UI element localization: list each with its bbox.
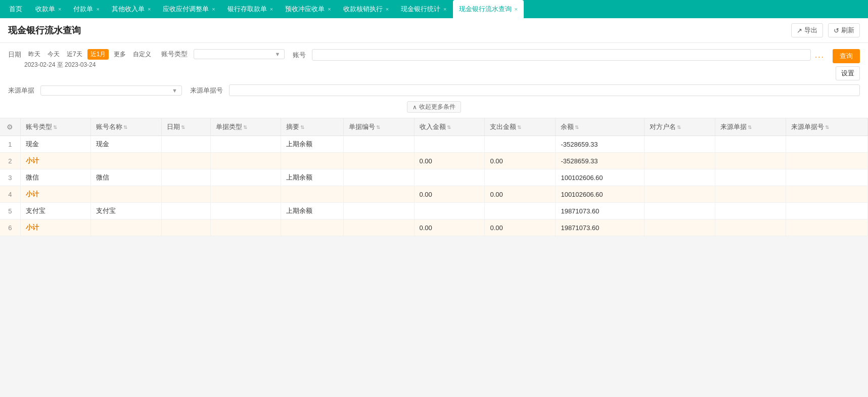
- th-acct_type[interactable]: 账号类型⇅: [20, 118, 91, 136]
- td-date: [162, 203, 210, 219]
- th-source_doc[interactable]: 来源单据⇅: [715, 118, 786, 136]
- td-counterpart: [645, 153, 715, 169]
- date-option-今天[interactable]: 今天: [45, 49, 62, 60]
- th-expense[interactable]: 支出金额⇅: [485, 118, 556, 136]
- date-option-更多[interactable]: 更多: [112, 49, 128, 60]
- th-label-source_doc_no: 来源单据号: [791, 123, 824, 130]
- collapse-icon: ∧: [413, 104, 417, 111]
- td-summary: 上期余额: [281, 169, 343, 186]
- sort-icon-balance[interactable]: ⇅: [575, 124, 579, 130]
- sort-icon-doc_no[interactable]: ⇅: [376, 124, 380, 130]
- sort-icon-expense[interactable]: ⇅: [517, 124, 521, 130]
- source-doc-no-label: 来源单据号: [190, 86, 223, 95]
- sort-icon-income[interactable]: ⇅: [447, 124, 451, 130]
- chevron-down-icon: ▼: [275, 51, 280, 57]
- th-balance[interactable]: 余额⇅: [556, 118, 645, 136]
- td-balance: 100102606.60: [556, 169, 645, 186]
- th-date[interactable]: 日期⇅: [162, 118, 210, 136]
- td-income: 0.00: [414, 219, 485, 236]
- more-acct-button[interactable]: ...: [815, 51, 825, 60]
- td-no: 3: [0, 169, 20, 186]
- sort-icon-date[interactable]: ⇅: [181, 124, 185, 130]
- td-source_doc: [715, 169, 786, 186]
- table-row: 1现金现金上期余额-3528659.33: [0, 136, 868, 153]
- top-nav: 首页 收款单×付款单×其他收入单×应收应付调整单×银行存取款单×预收冲应收单×收…: [0, 0, 868, 18]
- td-balance: 100102606.60: [556, 186, 645, 203]
- th-label-expense: 支出金额: [490, 123, 516, 130]
- td-doc_no: [343, 169, 414, 186]
- nav-tab-银行存取款单[interactable]: 银行存取款单×: [221, 0, 279, 18]
- td-date: [162, 169, 210, 186]
- nav-tab-现金银行流水查询[interactable]: 现金银行流水查询×: [453, 0, 524, 18]
- td-source_doc_no: [786, 219, 867, 236]
- th-acct_name[interactable]: 账号名称⇅: [91, 118, 162, 136]
- td-counterpart: [645, 136, 715, 153]
- close-tab-icon[interactable]: ×: [58, 6, 61, 12]
- nav-tab-预收冲应收单[interactable]: 预收冲应收单×: [279, 0, 337, 18]
- close-tab-icon[interactable]: ×: [386, 6, 389, 12]
- date-option-昨天[interactable]: 昨天: [26, 49, 42, 60]
- source-doc-label: 来源单据: [8, 86, 34, 95]
- th-doc_no[interactable]: 单据编号⇅: [343, 118, 414, 136]
- source-doc-no-input[interactable]: [229, 84, 860, 96]
- close-tab-icon[interactable]: ×: [515, 6, 518, 12]
- source-doc-no-block: 来源单据号: [190, 84, 860, 96]
- td-acct_name: [91, 219, 162, 236]
- acct-type-select[interactable]: ▼: [194, 49, 285, 59]
- refresh-button[interactable]: ↺ 刷新: [828, 23, 860, 37]
- th-doc_type[interactable]: 单据类型⇅: [210, 118, 281, 136]
- gear-icon[interactable]: ⚙: [7, 123, 13, 131]
- source-doc-select[interactable]: ▼: [40, 85, 182, 96]
- sort-icon-counterpart[interactable]: ⇅: [677, 124, 681, 130]
- th-income[interactable]: 收入金额⇅: [414, 118, 485, 136]
- sort-icon-source_doc_no[interactable]: ⇅: [825, 124, 829, 130]
- th-counterpart[interactable]: 对方户名⇅: [645, 118, 715, 136]
- close-tab-icon[interactable]: ×: [212, 6, 215, 12]
- nav-tab-收款核销执行[interactable]: 收款核销执行×: [337, 0, 395, 18]
- th-summary[interactable]: 摘要⇅: [281, 118, 343, 136]
- close-tab-icon[interactable]: ×: [148, 6, 151, 12]
- sort-icon-acct_type[interactable]: ⇅: [53, 124, 57, 130]
- date-option-自定义[interactable]: 自定义: [131, 49, 153, 60]
- date-option-近7天[interactable]: 近7天: [65, 49, 84, 60]
- td-source_doc_no: [786, 153, 867, 169]
- td-source_doc: [715, 153, 786, 169]
- td-acct_type: 小计: [20, 186, 91, 203]
- nav-home[interactable]: 首页: [2, 0, 29, 18]
- close-tab-icon[interactable]: ×: [270, 6, 273, 12]
- td-income: 0.00: [414, 186, 485, 203]
- nav-tab-付款单[interactable]: 付款单×: [67, 0, 105, 18]
- settings-button[interactable]: 设置: [836, 66, 860, 80]
- sort-icon-doc_type[interactable]: ⇅: [243, 124, 247, 130]
- td-date: [162, 219, 210, 236]
- th-label-doc_type: 单据类型: [216, 123, 242, 130]
- query-button[interactable]: 查询: [833, 49, 860, 63]
- export-icon: ↗: [797, 27, 802, 34]
- sort-icon-acct_name[interactable]: ⇅: [123, 124, 127, 130]
- acct-no-input[interactable]: [312, 49, 810, 61]
- export-button[interactable]: ↗ 导出: [791, 23, 823, 37]
- filter-area: 日期 昨天今天近7天近1月更多自定义 2023-02-24 至 2023-03-…: [0, 43, 868, 118]
- close-tab-icon[interactable]: ×: [96, 6, 99, 12]
- sort-icon-source_doc[interactable]: ⇅: [748, 124, 752, 130]
- td-doc_type: [210, 169, 281, 186]
- td-source_doc: [715, 203, 786, 219]
- th-label-income: 收入金额: [420, 123, 446, 130]
- td-expense: [485, 136, 556, 153]
- td-expense: [485, 203, 556, 219]
- sort-icon-summary[interactable]: ⇅: [300, 124, 304, 130]
- collapse-button[interactable]: ∧ 收起更多条件: [407, 101, 461, 113]
- th-source_doc_no[interactable]: 来源单据号⇅: [786, 118, 867, 136]
- nav-tab-其他收入单[interactable]: 其他收入单×: [106, 0, 157, 18]
- td-summary: [281, 186, 343, 203]
- nav-tab-应收应付调整单[interactable]: 应收应付调整单×: [157, 0, 221, 18]
- td-source_doc_no: [786, 186, 867, 203]
- nav-tab-现金银行统计[interactable]: 现金银行统计×: [395, 0, 452, 18]
- td-summary: 上期余额: [281, 136, 343, 153]
- nav-tab-收款单[interactable]: 收款单×: [29, 0, 67, 18]
- close-tab-icon[interactable]: ×: [443, 6, 446, 12]
- close-tab-icon[interactable]: ×: [328, 6, 331, 12]
- date-option-近1月[interactable]: 近1月: [87, 49, 109, 60]
- td-doc_type: [210, 186, 281, 203]
- td-date: [162, 153, 210, 169]
